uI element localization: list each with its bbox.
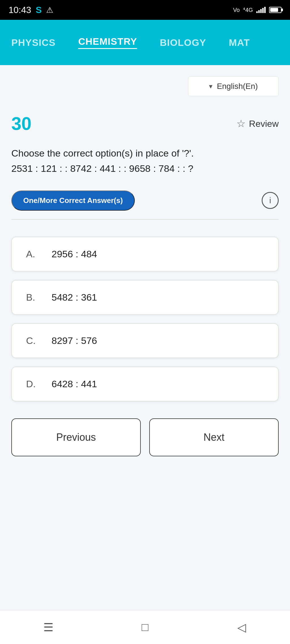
- review-label: Review: [249, 119, 279, 129]
- option-a-text: 2956 : 484: [52, 249, 97, 260]
- review-button[interactable]: ☆ Review: [236, 118, 279, 130]
- nav-buttons: Previous Next: [0, 401, 290, 470]
- option-b-card[interactable]: B. 5482 : 361: [11, 280, 279, 315]
- next-button[interactable]: Next: [149, 418, 279, 456]
- info-icon[interactable]: i: [262, 192, 279, 209]
- options-area: A. 2956 : 484 B. 5482 : 361 C. 8297 : 57…: [0, 237, 290, 401]
- option-c-card[interactable]: C. 8297 : 576: [11, 323, 279, 358]
- warning-icon: ⚠: [46, 5, 53, 15]
- status-s: S: [36, 5, 42, 15]
- answer-type-row: One/More Correct Answer(s) i: [11, 191, 279, 211]
- divider: [11, 219, 279, 220]
- nav-item-chemistry[interactable]: CHEMISTRY: [78, 36, 137, 49]
- question-text: Choose the correct option(s) in place of…: [11, 146, 279, 176]
- option-c-text: 8297 : 576: [52, 335, 97, 346]
- question-number: 30: [11, 113, 31, 134]
- 4g-label: ⁴4G: [243, 7, 253, 13]
- option-a-card[interactable]: A. 2956 : 484: [11, 237, 279, 271]
- nav-item-physics[interactable]: PHYSICS: [11, 37, 56, 48]
- lang-label: English(En): [217, 82, 258, 91]
- previous-button[interactable]: Previous: [11, 418, 141, 456]
- lang-bar: ▾ English(En): [0, 65, 290, 102]
- star-icon: ☆: [236, 118, 246, 130]
- back-icon[interactable]: ◁: [230, 616, 253, 639]
- status-bar: 10:43 S ⚠ Vo ⁴4G: [0, 0, 290, 20]
- question-line2: 2531 : 121 : : 8742 : 441 : : 9658 : 784…: [11, 163, 193, 174]
- answer-type-badge[interactable]: One/More Correct Answer(s): [11, 191, 135, 211]
- nav-item-math[interactable]: MAT: [229, 37, 250, 48]
- option-a-label: A.: [26, 249, 40, 260]
- option-b-text: 5482 : 361: [52, 292, 97, 303]
- chevron-down-icon: ▾: [209, 82, 212, 90]
- status-left: 10:43 S ⚠: [8, 5, 53, 15]
- status-time: 10:43: [8, 5, 31, 15]
- lte-label: Vo ⁴4G: [233, 7, 253, 13]
- option-d-text: 6428 : 441: [52, 378, 97, 390]
- question-area: 30 ☆ Review Choose the correct option(s)…: [0, 102, 290, 237]
- option-b-label: B.: [26, 292, 40, 303]
- nav-item-biology[interactable]: BIOLOGY: [160, 37, 206, 48]
- signal-icon: [256, 7, 266, 13]
- top-nav: PHYSICS CHEMISTRY BIOLOGY MAT: [0, 20, 290, 65]
- option-c-label: C.: [26, 335, 40, 346]
- battery-icon: [269, 7, 282, 13]
- vo-label: Vo: [233, 7, 240, 13]
- status-right: Vo ⁴4G: [233, 7, 282, 13]
- option-d-card[interactable]: D. 6428 : 441: [11, 367, 279, 401]
- menu-icon[interactable]: ☰: [37, 616, 60, 639]
- option-d-label: D.: [26, 378, 40, 390]
- question-header: 30 ☆ Review: [11, 113, 279, 134]
- question-line1: Choose the correct option(s) in place of…: [11, 148, 194, 159]
- bottom-nav-bar: ☰ □ ◁: [0, 610, 290, 644]
- lang-selector[interactable]: ▾ English(En): [188, 76, 279, 96]
- home-icon[interactable]: □: [134, 616, 156, 639]
